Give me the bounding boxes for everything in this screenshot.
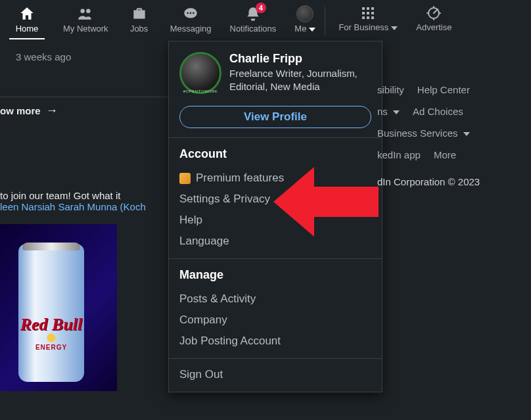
nav-label: Jobs (130, 24, 148, 34)
svg-rect-9 (362, 12, 365, 14)
nav-messaging[interactable]: Messaging (161, 3, 221, 37)
top-nav: Home My Network Jobs Messaging 4 Notific… (0, 0, 531, 41)
open-to-work-ring: #OPENTOWORK (183, 89, 218, 93)
premium-icon (179, 173, 191, 184)
company-item[interactable]: Company (179, 310, 371, 331)
target-icon (426, 5, 442, 21)
profile-name: Charlie Fripp (229, 52, 371, 66)
svg-rect-13 (367, 16, 369, 19)
svg-rect-6 (362, 7, 365, 10)
manage-title: Manage (179, 268, 371, 282)
nav-me-label: Me (294, 24, 306, 34)
svg-marker-16 (273, 167, 379, 237)
chevron-down-icon (463, 132, 470, 136)
nav-label: Messaging (170, 24, 212, 34)
chat-icon (182, 5, 199, 22)
premium-label: Premium features (196, 172, 284, 185)
footer-links: sibility Help Center ns Ad Choices Busin… (377, 79, 480, 187)
footer-ad-choices[interactable]: Ad Choices (413, 106, 463, 117)
post-timestamp: 3 weeks ago (0, 51, 171, 62)
view-profile-button[interactable]: View Profile (179, 106, 371, 128)
job-posting-item[interactable]: Job Posting Account (179, 331, 371, 352)
sponsored-ad-image[interactable]: Red Bull ENERGY (0, 224, 117, 391)
nav-biz-label: For Business (338, 22, 388, 32)
footer-help-center[interactable]: Help Center (417, 84, 470, 95)
briefcase-icon (131, 5, 148, 22)
show-more-label: ow more (0, 105, 41, 116)
nav-advertise[interactable]: Advertise (407, 3, 461, 36)
footer-copyright: dIn Corporation © 2023 (377, 176, 480, 187)
nav-for-business[interactable]: For Business (329, 3, 407, 36)
post-mention-link[interactable]: leen Narsiah Sarah Munna (Koch (0, 201, 146, 212)
grid-icon (360, 5, 376, 21)
feed-fragment: 3 weeks ago ow more → to join our team! … (0, 51, 171, 391)
sign-out-item[interactable]: Sign Out (169, 358, 382, 392)
svg-rect-14 (371, 16, 374, 19)
chevron-down-icon (309, 28, 315, 32)
post-body-text: to join our team! Got what it (0, 190, 120, 201)
nav-active-underline (9, 38, 45, 39)
profile-headline: Freelance Writer, Journalism, Editorial,… (229, 67, 371, 94)
bulls-graphic (29, 332, 74, 344)
footer-biz-label: Business Services (377, 128, 458, 139)
notifications-badge: 4 (256, 3, 266, 13)
svg-point-5 (193, 12, 195, 14)
product-can: Red Bull ENERGY (18, 244, 84, 382)
footer-accessibility[interactable]: sibility (377, 84, 404, 95)
manage-section: Manage Posts & Activity Company Job Post… (169, 258, 382, 358)
nav-label: Me (294, 24, 315, 34)
svg-rect-12 (362, 16, 365, 19)
profile-info: Charlie Fripp Freelance Writer, Journali… (229, 52, 371, 94)
svg-rect-8 (371, 7, 374, 10)
nav-label: My Network (63, 24, 108, 34)
profile-header[interactable]: #OPENTOWORK Charlie Fripp Freelance Writ… (169, 41, 382, 103)
post-text: to join our team! Got what it leen Narsi… (0, 190, 171, 212)
account-title: Account (179, 147, 371, 161)
show-more-button[interactable]: ow more → (0, 97, 171, 124)
nav-jobs[interactable]: Jobs (118, 3, 161, 37)
nav-label: For Business (338, 22, 398, 32)
svg-rect-10 (367, 12, 369, 14)
avatar-icon (296, 5, 313, 22)
footer-business-services[interactable]: Business Services (377, 128, 470, 139)
svg-point-0 (81, 9, 85, 13)
footer-terms-label: ns (377, 106, 388, 117)
people-icon (77, 5, 94, 22)
nav-home[interactable]: Home (0, 3, 54, 37)
chevron-down-icon (393, 110, 400, 114)
svg-point-4 (190, 12, 192, 14)
nav-label: Home (16, 24, 39, 34)
svg-rect-11 (371, 12, 374, 14)
chevron-down-icon (391, 26, 398, 30)
svg-rect-7 (367, 7, 369, 10)
svg-point-1 (86, 9, 91, 13)
arrow-right-icon: → (46, 104, 58, 118)
home-icon (18, 5, 35, 22)
nav-label: Notifications (230, 24, 277, 34)
nav-me[interactable]: Me (285, 3, 325, 37)
nav-network[interactable]: My Network (54, 3, 118, 37)
nav-label: Advertise (416, 22, 451, 32)
svg-point-3 (187, 12, 189, 14)
footer-get-app[interactable]: kedIn app (377, 149, 421, 160)
annotation-arrow (273, 162, 379, 242)
posts-activity-item[interactable]: Posts & Activity (179, 289, 371, 310)
ad-sub-text: ENERGY (18, 344, 84, 351)
profile-avatar: #OPENTOWORK (179, 52, 221, 94)
footer-terms[interactable]: ns (377, 106, 400, 117)
nav-notifications[interactable]: 4 Notifications (221, 3, 286, 37)
footer-more[interactable]: More (434, 149, 456, 160)
nav-separator (325, 7, 325, 35)
